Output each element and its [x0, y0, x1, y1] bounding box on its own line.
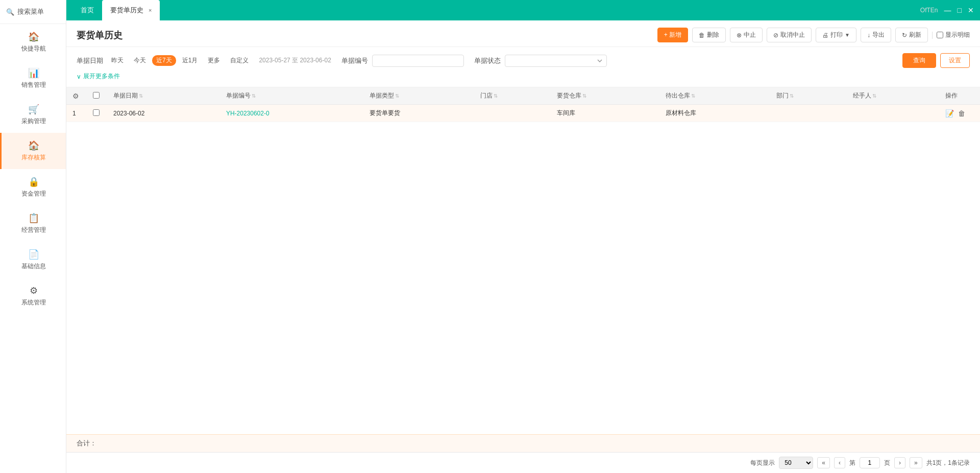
sidebar-search[interactable]: 🔍 搜索菜单 [0, 0, 66, 24]
data-table: ⚙ 单据日期⇅ 单据编号⇅ 单据类型⇅ 门店⇅ 要货仓库⇅ 待出仓库⇅ 部门⇅ [66, 87, 980, 122]
status-select[interactable] [505, 55, 607, 67]
date-btn-1month[interactable]: 近1月 [178, 55, 202, 66]
th-bill-type[interactable]: 单据类型⇅ [363, 87, 474, 105]
total-label: 合计： [77, 439, 96, 448]
date-btn-custom[interactable]: 自定义 [226, 55, 253, 66]
date-filter-label: 单据日期 [77, 56, 103, 65]
basic-info-icon: 📄 [28, 249, 39, 260]
sort-icon-pending-warehouse: ⇅ [691, 93, 695, 99]
th-pending-warehouse[interactable]: 待出仓库⇅ [659, 87, 770, 105]
sidebar-item-label: 销售管理 [21, 81, 46, 89]
sidebar-item-quick-nav[interactable]: 🏠 快捷导航 [0, 24, 66, 60]
sidebar-item-inventory[interactable]: 🏠 库存核算 [0, 133, 66, 169]
inventory-icon: 🏠 [28, 140, 39, 151]
prev-page-btn[interactable]: ‹ [834, 457, 845, 468]
filter-area: 单据日期 昨天 今天 近7天 近1月 更多 自定义 2023-05-27 至 2… [66, 47, 980, 87]
cell-checkbox[interactable] [87, 105, 107, 122]
cell-pending-warehouse: 原材料仓库 [659, 105, 770, 122]
status-label: 单据状态 [474, 56, 501, 65]
bill-no-filter-item: 单据编号 [341, 55, 464, 67]
date-range-display: 2023-05-27 至 2023-06-02 [259, 56, 331, 65]
show-detail-checkbox[interactable] [937, 32, 943, 38]
print-icon: 🖨 [822, 32, 828, 39]
tab-home[interactable]: 首页 [72, 0, 102, 20]
th-handler[interactable]: 经手人⇅ [847, 87, 939, 105]
th-gear[interactable]: ⚙ [66, 87, 87, 105]
th-bill-no[interactable]: 单据编号⇅ [220, 87, 363, 105]
page-header-actions: + 新增 🗑 删除 ⊗ 中止 ⊘ 取消中止 🖨 打 [657, 28, 970, 42]
sidebar-item-sales[interactable]: 📊 销售管理 [0, 60, 66, 97]
sidebar-item-purchase[interactable]: 🛒 采购管理 [0, 97, 66, 133]
page-header: 要货单历史 + 新增 🗑 删除 ⊗ 中止 ⊘ 取消中止 [66, 20, 980, 47]
window-maximize-btn[interactable]: □ [958, 6, 962, 14]
sidebar-item-label: 采购管理 [21, 117, 46, 126]
cell-index: 1 [66, 105, 87, 122]
page-number-input[interactable] [860, 457, 880, 468]
bill-no-link[interactable]: YH-20230602-0 [226, 110, 270, 117]
date-filter-buttons: 昨天 今天 近7天 近1月 更多 自定义 [107, 55, 253, 66]
home-icon: 🏠 [28, 31, 39, 42]
date-btn-today[interactable]: 今天 [130, 55, 150, 66]
settings-button[interactable]: 设置 [940, 53, 970, 68]
per-page-select[interactable]: 50 100 [779, 457, 813, 469]
total-info: 共1页，1条记录 [926, 459, 970, 467]
stop-button[interactable]: ⊗ 中止 [730, 28, 763, 42]
cell-bill-no[interactable]: YH-20230602-0 [220, 105, 363, 122]
sales-icon: 📊 [28, 67, 39, 79]
bill-no-input[interactable] [372, 55, 464, 67]
export-button[interactable]: ↓ 导出 [861, 28, 891, 42]
top-navbar: 首页 要货单历史 × OfTEn — □ ✕ [66, 0, 980, 20]
row-delete-icon[interactable]: 🗑 [958, 109, 965, 117]
query-button[interactable]: 查询 [902, 53, 936, 68]
sidebar-item-label: 库存核算 [21, 153, 46, 162]
th-date[interactable]: 单据日期⇅ [107, 87, 220, 105]
print-dropdown-icon: ▼ [845, 32, 850, 38]
export-icon: ↓ [867, 32, 870, 39]
print-button[interactable]: 🖨 打印 ▼ [816, 28, 856, 42]
brand-label: OfTEn [920, 7, 938, 14]
sidebar-item-finance[interactable]: 🔒 资金管理 [0, 169, 66, 205]
page-title: 要货单历史 [77, 29, 122, 41]
tab-requisition-history[interactable]: 要货单历史 × [102, 0, 160, 20]
next-page-btn[interactable]: › [894, 457, 905, 468]
new-button[interactable]: + 新增 [657, 28, 688, 42]
home-tab-label: 首页 [81, 6, 94, 15]
cancel-stop-button[interactable]: ⊘ 取消中止 [767, 28, 812, 42]
sidebar-item-operation[interactable]: 📋 经营管理 [0, 205, 66, 242]
delete-button[interactable]: 🗑 删除 [692, 28, 726, 42]
th-checkbox[interactable] [87, 87, 107, 105]
th-store[interactable]: 门店⇅ [474, 87, 551, 105]
expand-more-btn[interactable]: ∨ 展开更多条件 [77, 72, 120, 81]
main-content: 首页 要货单历史 × OfTEn — □ ✕ 要货单历史 + 新增 [66, 0, 980, 473]
sidebar-item-label: 快捷导航 [21, 44, 46, 53]
sidebar-item-label: 基础信息 [21, 262, 46, 271]
status-filter-item: 单据状态 [474, 55, 607, 67]
settings-gear-icon[interactable]: ⚙ [72, 92, 79, 100]
filter-row-1: 单据日期 昨天 今天 近7天 近1月 更多 自定义 2023-05-27 至 2… [77, 53, 970, 68]
first-page-btn[interactable]: « [817, 457, 830, 468]
footer-total: 合计： [66, 434, 980, 452]
date-btn-yesterday[interactable]: 昨天 [107, 55, 128, 66]
row-edit-icon[interactable]: 📝 [945, 109, 954, 117]
refresh-button[interactable]: ↻ 刷新 [895, 28, 928, 42]
sidebar-item-basic-info[interactable]: 📄 基础信息 [0, 242, 66, 278]
date-btn-7days[interactable]: 近7天 [152, 55, 176, 66]
tab-close-icon[interactable]: × [149, 7, 152, 13]
last-page-btn[interactable]: » [910, 457, 922, 468]
date-btn-more[interactable]: 更多 [204, 55, 224, 66]
finance-icon: 🔒 [28, 176, 39, 187]
th-req-warehouse[interactable]: 要货仓库⇅ [551, 87, 659, 105]
cell-req-warehouse: 车间库 [551, 105, 659, 122]
show-detail-checkbox-wrapper[interactable]: 显示明细 [937, 31, 970, 39]
select-all-checkbox[interactable] [93, 92, 100, 99]
sidebar-item-system[interactable]: ⚙ 系统管理 [0, 278, 66, 314]
operation-icon: 📋 [28, 212, 39, 224]
th-action: 操作 [939, 87, 980, 105]
window-close-btn[interactable]: ✕ [968, 6, 974, 14]
refresh-icon: ↻ [902, 32, 907, 39]
sort-icon-date: ⇅ [139, 93, 143, 99]
window-minimize-btn[interactable]: — [944, 6, 951, 14]
th-department[interactable]: 部门⇅ [770, 87, 847, 105]
row-checkbox[interactable] [93, 109, 100, 116]
sidebar-item-label: 系统管理 [21, 298, 46, 307]
